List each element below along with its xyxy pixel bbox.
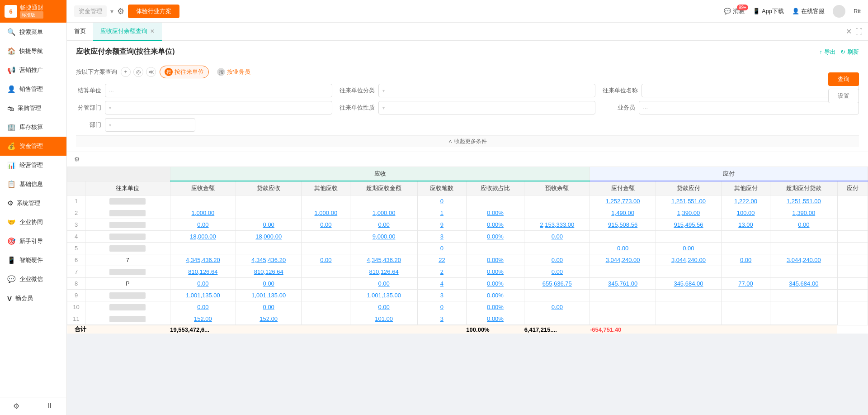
- footer-ar-prepay[interactable]: 6,417,215....: [524, 325, 590, 334]
- cell-ar_count[interactable]: 3: [417, 231, 466, 243]
- cell-ar_ratio[interactable]: 0.00%: [466, 290, 524, 301]
- cell-ar_overdue[interactable]: [350, 196, 418, 207]
- cell-ar_amount[interactable]: 1,000.00: [170, 207, 236, 219]
- cell-ar_prepay[interactable]: 0.00: [524, 301, 590, 313]
- sidebar-item-guide[interactable]: 🎯 新手引导: [0, 232, 66, 251]
- cell-ap_amount[interactable]: [590, 266, 656, 278]
- tab-home[interactable]: 首页: [67, 23, 93, 41]
- settings-bottom-btn[interactable]: ⚙: [13, 402, 19, 410]
- cell-ap_overdue[interactable]: 1,390.00: [770, 207, 838, 219]
- table-settings-icon[interactable]: ⚙: [74, 156, 80, 163]
- sidebar-item-inventory[interactable]: 🏢 库存核算: [0, 118, 66, 137]
- cell-ar_amount[interactable]: 1,001,135.00: [170, 290, 236, 301]
- cell-ap_amount[interactable]: 345,761.00: [590, 278, 656, 290]
- cell-ar_prepay[interactable]: [524, 207, 590, 219]
- cell-ar_prepay[interactable]: 0.00: [524, 266, 590, 278]
- cell-ar_other[interactable]: [302, 290, 350, 301]
- sidebar-item-operation[interactable]: 📊 经营管理: [0, 156, 66, 175]
- cell-ar_other[interactable]: [302, 196, 350, 207]
- cell-ap_extra[interactable]: [837, 266, 868, 278]
- cell-ar_loan[interactable]: 1,001,135.00: [236, 290, 302, 301]
- cell-ap_other[interactable]: 1,222.00: [722, 196, 770, 207]
- cell-ap_overdue[interactable]: 345,684.00: [770, 278, 838, 290]
- cell-ar_other[interactable]: [302, 313, 350, 325]
- settings-button[interactable]: 设置: [828, 89, 859, 103]
- cell-ar_ratio[interactable]: [466, 196, 524, 207]
- cell-ar_ratio[interactable]: 0.00%: [466, 231, 524, 243]
- trial-btn[interactable]: 体验行业方案: [128, 5, 179, 18]
- cell-ar_overdue[interactable]: [350, 243, 418, 254]
- cell-ar_ratio[interactable]: 0.00%: [466, 219, 524, 231]
- cell-ar_count[interactable]: 0: [417, 196, 466, 207]
- cell-ap_extra[interactable]: [837, 301, 868, 313]
- cell-ar_prepay[interactable]: [524, 196, 590, 207]
- cell-ap_amount[interactable]: 1,490.00: [590, 207, 656, 219]
- cell-ap_overdue[interactable]: 0.00: [770, 219, 838, 231]
- cell-ar_ratio[interactable]: 0.00%: [466, 266, 524, 278]
- collapse-btn[interactable]: ∧ 收起更多条件: [76, 135, 859, 147]
- cell-ap_other[interactable]: [722, 243, 770, 254]
- cell-ap_overdue[interactable]: [770, 313, 838, 325]
- cell-ap_amount[interactable]: 3,044,240.00: [590, 254, 656, 266]
- cell-ar_loan[interactable]: 0.00: [236, 219, 302, 231]
- cell-ap_overdue[interactable]: [770, 243, 838, 254]
- cell-ar_other[interactable]: [302, 243, 350, 254]
- cell-ar_overdue[interactable]: 4,345,436.20: [350, 254, 418, 266]
- cell-ar_overdue[interactable]: 1,000.00: [350, 207, 418, 219]
- cell-ap_extra[interactable]: [837, 231, 868, 243]
- cell-ar_amount[interactable]: [170, 196, 236, 207]
- sidebar-item-quick[interactable]: 🏠 快捷导航: [0, 42, 66, 61]
- cell-ar_prepay[interactable]: 0.00: [524, 254, 590, 266]
- cell-ap_amount[interactable]: 0.00: [590, 243, 656, 254]
- cell-ar_amount[interactable]: [170, 243, 236, 254]
- cell-ap_loan[interactable]: 1,390.00: [656, 207, 721, 219]
- cell-ar_other[interactable]: 1,000.00: [302, 207, 350, 219]
- cell-ap_amount[interactable]: [590, 231, 656, 243]
- cell-ar_count[interactable]: 3: [417, 313, 466, 325]
- cell-ap_amount[interactable]: [590, 290, 656, 301]
- filter-option-salesperson[interactable]: 按 按业务员: [212, 66, 255, 78]
- filter-add-icon[interactable]: +: [121, 67, 131, 77]
- cell-ar_loan[interactable]: 0.00: [236, 278, 302, 290]
- cell-ar_prepay[interactable]: 2,153,333.00: [524, 219, 590, 231]
- filter-option-partner[interactable]: 按 按往来单位: [160, 66, 209, 78]
- cell-ap_overdue[interactable]: 1,251,551.00: [770, 196, 838, 207]
- tabbar-close-btn[interactable]: ✕: [846, 27, 852, 36]
- cell-ap_overdue[interactable]: [770, 301, 838, 313]
- cell-ar_overdue[interactable]: 101.00: [350, 313, 418, 325]
- message-btn[interactable]: 💬 消息 99+: [724, 7, 745, 15]
- cell-ar_other[interactable]: [302, 266, 350, 278]
- sidebar-item-marketing[interactable]: 📢 营销推广: [0, 61, 66, 80]
- cell-ar_overdue[interactable]: 0.00: [350, 301, 418, 313]
- cell-ap_overdue[interactable]: [770, 290, 838, 301]
- cell-ap_loan[interactable]: [656, 290, 721, 301]
- cell-ar_count[interactable]: 4: [417, 278, 466, 290]
- online-service-btn[interactable]: 👤 在线客服: [792, 7, 825, 15]
- topbar-settings-icon[interactable]: ⚙: [117, 6, 124, 16]
- cell-ar_count[interactable]: 0: [417, 301, 466, 313]
- cell-ap_overdue[interactable]: [770, 266, 838, 278]
- tab-close-icon[interactable]: ✕: [150, 28, 155, 34]
- cell-ar_count[interactable]: 9: [417, 219, 466, 231]
- cell-ap_amount[interactable]: [590, 301, 656, 313]
- cell-ap_loan[interactable]: [656, 231, 721, 243]
- sidebar-item-finance[interactable]: 💰 资金管理: [0, 137, 66, 156]
- cell-ar_ratio[interactable]: 0.00%: [466, 313, 524, 325]
- cell-ar_ratio[interactable]: [466, 243, 524, 254]
- cell-ar_ratio[interactable]: 0.00%: [466, 207, 524, 219]
- filter-input-partner-name[interactable]: [642, 84, 859, 97]
- cell-ar_loan[interactable]: 152.00: [236, 313, 302, 325]
- cell-ar_prepay[interactable]: [524, 290, 590, 301]
- cell-ap_extra[interactable]: [837, 243, 868, 254]
- cell-ar_amount[interactable]: 0.00: [170, 278, 236, 290]
- cell-ap_amount[interactable]: 1,252,773.00: [590, 196, 656, 207]
- cell-ap_loan[interactable]: 3,044,240.00: [656, 254, 721, 266]
- cell-ar_overdue[interactable]: 1,001,135.00: [350, 290, 418, 301]
- cell-ap_other[interactable]: [722, 301, 770, 313]
- cell-ap_other[interactable]: [722, 290, 770, 301]
- cell-ap_extra[interactable]: [837, 278, 868, 290]
- filter-input-partner-type[interactable]: ▾: [378, 84, 596, 97]
- username-label[interactable]: Rit: [854, 8, 861, 14]
- sidebar-item-search[interactable]: 🔍 搜索菜单: [0, 23, 66, 42]
- cell-ar_amount[interactable]: 152.00: [170, 313, 236, 325]
